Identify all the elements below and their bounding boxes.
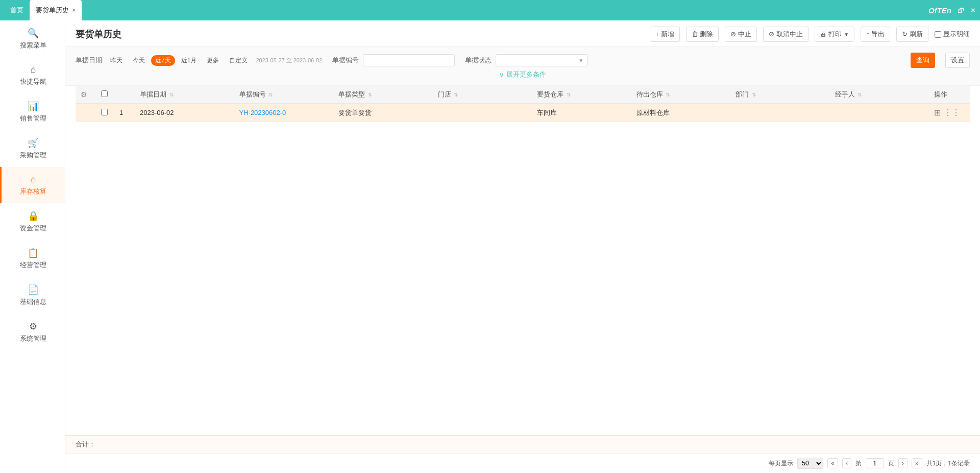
status-select[interactable]: [496, 54, 587, 66]
cancel-stop-button[interactable]: ⊘ 取消中止: [763, 27, 808, 42]
table-header-row: ⚙ 单据日期 ⇅ 单据编号 ⇅: [76, 86, 970, 104]
col-settings[interactable]: ⚙: [76, 86, 96, 104]
total-records-info: 共1页，1条记录: [926, 459, 970, 468]
col-handler-sort-icon[interactable]: ⇅: [857, 92, 862, 98]
basic-info-icon: 📄: [28, 284, 39, 295]
show-detail-checkbox[interactable]: [935, 31, 941, 38]
col-checkbox: [96, 86, 114, 104]
expand-more-label: 展开更多条件: [506, 70, 546, 79]
col-pending-warehouse-label: 待出仓库: [636, 90, 663, 98]
row-view-icon[interactable]: ⊞: [934, 108, 941, 117]
col-pending-warehouse-sort-icon[interactable]: ⇅: [666, 92, 670, 98]
last-page-button[interactable]: »: [912, 458, 922, 468]
refresh-button[interactable]: ↻ 刷新: [896, 27, 928, 42]
prev-page-button[interactable]: ‹: [842, 458, 851, 468]
toolbar: + 新增 🗑 删除 ⊘ 中止 ⊘ 取消中止 🖨 打印 ▼ ↑ 导出: [650, 27, 970, 42]
system-icon: ⚙: [29, 321, 37, 332]
tab-requisition-history[interactable]: 要货单历史 ×: [30, 0, 82, 20]
restore-window-icon[interactable]: 🗗: [958, 7, 964, 14]
pagination-bar: 每页显示 50 100 200 « ‹ 第 页 › » 共1页，1条记录: [65, 453, 980, 473]
col-action: 操作: [929, 86, 970, 104]
table-row[interactable]: 1 2023-06-02 YH-20230602-0 要货单要货 车间库 原材料…: [76, 104, 970, 122]
col-type-sort-icon[interactable]: ⇅: [368, 92, 372, 98]
row-checkbox[interactable]: [101, 109, 108, 115]
stop-label: ⊘ 中止: [730, 30, 751, 39]
sidebar-item-search-label: 搜索菜单: [20, 41, 46, 50]
sidebar-item-search-menu[interactable]: 🔍 搜索菜单: [0, 20, 65, 57]
sidebar-item-operations[interactable]: 📋 经营管理: [0, 240, 65, 277]
sales-icon: 📊: [28, 101, 39, 112]
sidebar: 🔍 搜索菜单 ⌂ 快捷导航 📊 销售管理 🛒 采购管理 ⌂ 库存核算 🔒 资金管…: [0, 20, 65, 473]
row-no: YH-20230602-0: [234, 104, 334, 122]
sidebar-item-purchase[interactable]: 🛒 采购管理: [0, 130, 65, 167]
page-prefix: 第: [855, 459, 862, 468]
next-page-button[interactable]: ›: [898, 458, 908, 468]
date-range-display: 2023-05-27 至 2023-06-02: [256, 57, 322, 64]
sidebar-item-finance[interactable]: 🔒 资金管理: [0, 203, 65, 240]
sidebar-item-basic-info[interactable]: 📄 基础信息: [0, 277, 65, 314]
row-no-link[interactable]: YH-20230602-0: [239, 109, 286, 116]
row-more-icon[interactable]: ⋮⋮: [944, 108, 960, 117]
print-label: 🖨 打印: [820, 30, 842, 39]
show-detail-label: 显示明细: [943, 30, 970, 39]
date-btn-custom[interactable]: 自定义: [225, 55, 252, 66]
sidebar-item-sales-label: 销售管理: [20, 114, 46, 123]
col-req-warehouse-sort-icon[interactable]: ⇅: [567, 92, 571, 98]
col-dept-sort-icon[interactable]: ⇅: [752, 92, 756, 98]
col-dept-label: 部门: [736, 90, 749, 98]
sidebar-item-inventory-label: 库存核算: [20, 187, 46, 196]
sidebar-item-system-label: 系统管理: [20, 334, 46, 343]
sidebar-item-quick-nav[interactable]: ⌂ 快捷导航: [0, 57, 65, 93]
page-number-input[interactable]: [866, 458, 884, 468]
col-handler-label: 经手人: [835, 90, 855, 98]
tab-close-icon[interactable]: ×: [72, 7, 76, 14]
col-req-warehouse-label: 要货仓库: [537, 90, 564, 98]
select-all-checkbox[interactable]: [101, 90, 108, 97]
quick-nav-icon: ⌂: [31, 64, 36, 75]
sidebar-item-inventory[interactable]: ⌂ 库存核算: [0, 167, 65, 203]
print-button[interactable]: 🖨 打印 ▼: [815, 27, 855, 42]
per-page-select[interactable]: 50 100 200: [797, 458, 823, 469]
sidebar-item-basic-info-label: 基础信息: [20, 297, 46, 306]
date-btn-1month[interactable]: 近1月: [177, 55, 201, 66]
date-btn-more[interactable]: 更多: [203, 55, 223, 66]
order-no-filter-group: 单据编号: [332, 54, 455, 66]
date-btn-7days[interactable]: 近7天: [151, 55, 175, 66]
settings-button[interactable]: 设置: [945, 53, 970, 68]
order-no-input[interactable]: [363, 54, 455, 66]
row-store: [433, 104, 532, 122]
main-layout: 🔍 搜索菜单 ⌂ 快捷导航 📊 销售管理 🛒 采购管理 ⌂ 库存核算 🔒 资金管…: [0, 20, 980, 473]
sidebar-item-sales[interactable]: 📊 销售管理: [0, 93, 65, 130]
sidebar-item-finance-label: 资金管理: [20, 224, 46, 233]
col-date-label: 单据日期: [140, 90, 166, 98]
date-btn-yesterday[interactable]: 昨天: [106, 55, 127, 66]
finance-icon: 🔒: [28, 210, 39, 222]
expand-more-button[interactable]: ∨ 展开更多条件: [499, 70, 546, 79]
date-btn-today[interactable]: 今天: [129, 55, 149, 66]
delete-button[interactable]: 🗑 删除: [686, 27, 719, 42]
footer-total-label: 合计：: [76, 440, 95, 449]
close-window-icon[interactable]: ✕: [970, 7, 976, 14]
first-page-button[interactable]: «: [827, 458, 838, 468]
stop-button[interactable]: ⊘ 中止: [725, 27, 757, 42]
export-button[interactable]: ↑ 导出: [861, 27, 890, 42]
col-no-sort-icon[interactable]: ⇅: [268, 92, 273, 98]
col-no: 单据编号 ⇅: [234, 86, 334, 104]
col-req-warehouse: 要货仓库 ⇅: [532, 86, 631, 104]
brand-text: OfTEn: [928, 6, 951, 15]
sidebar-item-system[interactable]: ⚙ 系统管理: [0, 314, 65, 350]
row-handler: [830, 104, 929, 122]
row-date: 2023-06-02: [135, 104, 234, 122]
cancel-stop-label: ⊘ 取消中止: [769, 30, 803, 39]
col-settings-icon[interactable]: ⚙: [81, 90, 87, 99]
tab-home-label: 首页: [10, 6, 23, 15]
query-label: 查询: [916, 56, 929, 65]
row-index: 1: [114, 104, 135, 122]
sidebar-item-quick-nav-label: 快捷导航: [20, 77, 46, 86]
query-button[interactable]: 查询: [911, 53, 935, 68]
col-date-sort-icon[interactable]: ⇅: [169, 92, 174, 98]
tab-home[interactable]: 首页: [4, 0, 30, 20]
show-detail-toggle[interactable]: 显示明细: [935, 30, 970, 39]
new-button[interactable]: + 新增: [650, 27, 680, 42]
col-store-sort-icon[interactable]: ⇅: [454, 92, 458, 98]
